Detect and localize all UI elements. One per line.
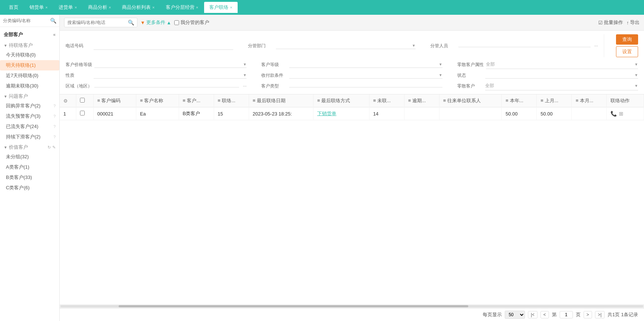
horizontal-scrollbar[interactable] <box>60 304 644 308</box>
sidebar-item-overdue[interactable]: 逾期未联络(30) <box>0 81 59 91</box>
close-icon[interactable]: × <box>74 5 77 10</box>
nav-tab-2[interactable]: 商品分析 × <box>83 2 116 13</box>
nav-tab-3[interactable]: 商品分析列表 × <box>117 2 160 13</box>
th-name[interactable]: ≡ 客户名称 <box>136 94 179 107</box>
search-box: 🔍 <box>64 18 137 27</box>
sidebar-item-today[interactable]: 今天待联络(0) <box>0 50 59 60</box>
toolbar-right: ☑ 批量操作 ↑ 导出 <box>598 19 640 26</box>
per-page-select[interactable]: 50 100 200 <box>505 311 525 319</box>
row-name: Ea <box>136 107 179 120</box>
filter-select-retail[interactable]: 全部 ▼ <box>485 82 638 90</box>
close-icon[interactable]: × <box>109 5 111 10</box>
sidebar-item-7days[interactable]: 近7天待联络(0) <box>0 70 59 81</box>
first-page-button[interactable]: |< <box>528 311 538 318</box>
filter-select-customer-level[interactable]: ▼ <box>289 61 442 68</box>
top-nav: 首页 销货单 × 进货单 × 商品分析 × 商品分析列表 × 客户分层经营 × … <box>0 0 644 15</box>
more-dots-icon[interactable]: ··· <box>594 43 598 48</box>
filter-row-4: 区域（地区） ··· 客户类型 零散客户 全部 <box>66 82 638 90</box>
sidebar-group-problem[interactable]: ▼ 问题客户 <box>0 91 59 101</box>
row-last-method[interactable]: 下销货单 <box>314 107 370 120</box>
chevron-down-icon: ▼ <box>243 62 246 66</box>
grid-icon[interactable]: ⊞ <box>619 111 623 117</box>
filter-select-payment[interactable]: ▼ <box>289 72 442 79</box>
th-type[interactable]: ≡ 客户... <box>179 94 214 107</box>
th-code[interactable]: ≡ 客户编码 <box>94 94 136 107</box>
nav-tab-4[interactable]: 客户分层经营 × <box>161 2 203 13</box>
main-layout: 🔍 全部客户 « ▼ 待联络客户 今天待联络(0) 明天待联络(1) 近7天待联… <box>0 15 644 321</box>
phone-icon[interactable]: 📞 <box>610 111 617 117</box>
filter-select-dept[interactable]: ▼ <box>276 42 416 49</box>
sidebar-item-class-c[interactable]: C类客户(6) <box>0 183 59 193</box>
edit-icon[interactable]: ✎ <box>52 145 56 150</box>
search-icon[interactable]: 🔍 <box>128 20 134 25</box>
nav-tab-5[interactable]: 客户联络 × <box>204 2 237 13</box>
sidebar-group-pending[interactable]: ▼ 待联络客户 <box>0 40 59 50</box>
customer-table: ⚙ ≡ 客户编码 ≡ 客户名称 ≡ 客户... ≡ 联络... ≡ 最后联络日期… <box>60 94 644 120</box>
filter-select-nature[interactable]: ▼ <box>94 72 246 79</box>
my-customer-checkbox[interactable] <box>174 20 179 25</box>
more-dots-icon[interactable]: ··· <box>243 83 246 89</box>
help-icon: ? <box>53 124 56 129</box>
filter-panel: 电话号码 分管部门 ▼ 分管人员 ··· <box>60 31 644 94</box>
sidebar-search-bar: 🔍 <box>0 15 59 27</box>
close-icon[interactable]: × <box>45 5 48 10</box>
th-this-month[interactable]: ≡ 本月... <box>572 94 607 107</box>
nav-tab-0[interactable]: 销货单 × <box>24 2 53 13</box>
sidebar-item-class-a[interactable]: A类客户(1) <box>0 162 59 172</box>
th-last-date[interactable]: ≡ 最后联络日期 <box>249 94 313 107</box>
export-button[interactable]: ↑ 导出 <box>627 19 640 26</box>
th-overdue[interactable]: ≡ 逾期... <box>404 94 439 107</box>
sidebar-item-tomorrow[interactable]: 明天待联络(1) <box>0 60 59 70</box>
filter-cell-nature: 性质 ▼ <box>66 72 246 79</box>
sidebar-group-value[interactable]: ▼ 价值客户 ↻ ✎ <box>0 142 59 152</box>
filter-select-region[interactable] <box>94 85 239 87</box>
refresh-icon[interactable]: ↻ <box>48 145 51 150</box>
close-icon[interactable]: × <box>196 5 198 10</box>
nav-tab-1[interactable]: 进货单 × <box>53 2 82 13</box>
sidebar-item-ungrouped[interactable]: 未分组(32) <box>0 152 59 162</box>
nav-home[interactable]: 首页 <box>4 2 24 13</box>
next-page-button[interactable]: > <box>584 311 592 318</box>
sidebar-item-class-b[interactable]: B类客户(33) <box>0 172 59 183</box>
filter-select-price-level[interactable]: ▼ <box>94 61 246 68</box>
last-page-button[interactable]: >| <box>595 311 605 318</box>
close-icon[interactable]: × <box>230 5 232 10</box>
batch-operation-button[interactable]: ☑ 批量操作 <box>598 19 623 26</box>
search-icon[interactable]: 🔍 <box>50 18 56 24</box>
prev-page-button[interactable]: < <box>540 311 549 318</box>
filter-cell-person: 分管人员 ··· <box>430 43 598 49</box>
filter-more-button[interactable]: ▼ 更多条件 ▲ <box>140 19 171 26</box>
filter-select-customer-type[interactable] <box>289 85 442 87</box>
scrollbar-thumb[interactable] <box>119 305 468 307</box>
select-all-checkbox[interactable] <box>80 98 85 103</box>
sidebar-item-repurchase-abnormal[interactable]: 回购异常客户(2) ? <box>0 101 59 111</box>
filter-select-retail-attr[interactable]: 全部 ▼ <box>486 60 638 69</box>
filter-select-status[interactable]: ▼ <box>485 72 638 79</box>
reset-button[interactable]: 设置 <box>616 46 638 57</box>
row-checkbox[interactable] <box>76 107 94 120</box>
th-unlinked[interactable]: ≡ 未联... <box>369 94 404 107</box>
page-unit: 页 <box>576 311 581 318</box>
page-input[interactable] <box>560 311 573 318</box>
filter-input-phone[interactable] <box>94 42 233 50</box>
th-last-method[interactable]: ≡ 最后联络方式 <box>314 94 370 107</box>
row-last-month: 50.00 <box>537 107 572 120</box>
row-contact-person <box>439 107 502 120</box>
my-customer-checkbox-label[interactable]: 我分管的客户 <box>174 19 209 26</box>
th-this-year[interactable]: ≡ 本年... <box>502 94 537 107</box>
query-button[interactable]: 查询 <box>616 34 638 45</box>
th-last-month[interactable]: ≡ 上月... <box>537 94 572 107</box>
sidebar-search-input[interactable] <box>3 18 49 23</box>
th-contact-person[interactable]: ≡ 往来单位联系人 <box>439 94 502 107</box>
sidebar-all-customers[interactable]: 全部客户 « <box>0 29 59 40</box>
sidebar-item-churned[interactable]: 已流失客户(24) ? <box>0 121 59 132</box>
th-contact-count[interactable]: ≡ 联络... <box>214 94 249 107</box>
close-icon[interactable]: × <box>152 5 154 10</box>
sidebar-item-churn-warning[interactable]: 流失预警客户(3) ? <box>0 111 59 121</box>
sidebar-item-declining[interactable]: 持续下滑客户(2) ? <box>0 132 59 142</box>
th-gear[interactable]: ⚙ <box>60 94 76 107</box>
filter-select-person[interactable] <box>458 45 591 47</box>
gear-icon[interactable]: ⚙ <box>63 98 68 104</box>
toolbar: 🔍 ▼ 更多条件 ▲ 我分管的客户 ☑ 批量操作 ↑ 导出 <box>60 15 644 31</box>
search-input[interactable] <box>67 20 126 25</box>
